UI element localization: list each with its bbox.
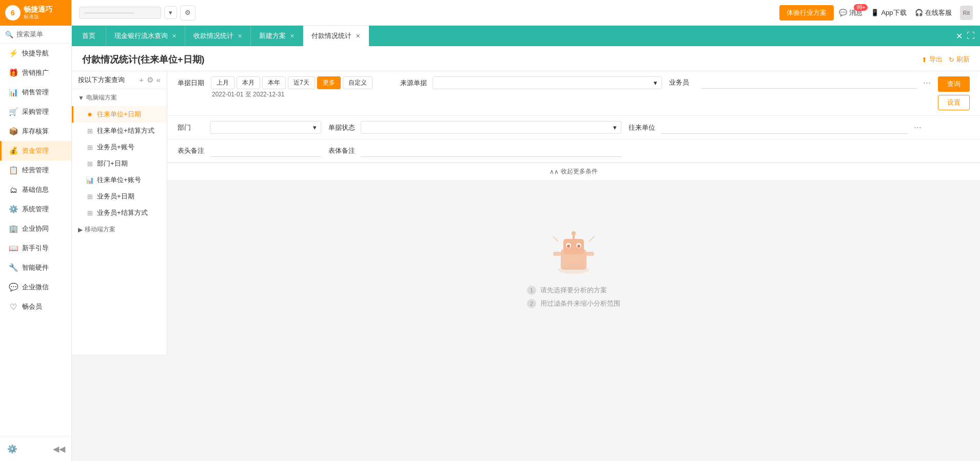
sidebar-item-hardware[interactable]: 🔧 智能硬件: [0, 258, 71, 277]
scheme-item-partner-date[interactable]: ● 往来单位+日期: [72, 106, 167, 123]
tab-cash-flow[interactable]: 现金银行流水查询 ✕: [106, 26, 185, 46]
scheme-grid-icon: ⊞: [86, 127, 94, 135]
filter-header-note-section: 表头备注: [178, 145, 321, 157]
scheme-item-label: 往来单位+日期: [97, 110, 141, 119]
source-dropdown-icon: ▾: [654, 79, 657, 87]
sidebar-collapse-icon[interactable]: ◀◀: [52, 442, 66, 456]
scheme-group-desktop-title[interactable]: ▼ 电脑端方案: [72, 89, 167, 106]
header-search-box: ————————: [79, 7, 161, 19]
filter-salesman-section: 业务员 ···: [669, 76, 931, 89]
sidebar-item-system[interactable]: ⚙️ 系统管理: [0, 199, 71, 219]
salesman-more-icon[interactable]: ···: [923, 77, 931, 88]
export-button[interactable]: ⬆ 导出: [922, 55, 943, 64]
main-area: ———————— ▾ ⚙ 体验行业方案 💬 消息 99+ 📱 App下载 🎧 在…: [72, 0, 980, 461]
scheme-settings-icon[interactable]: ⚙: [147, 75, 153, 85]
svg-rect-9: [553, 252, 561, 256]
source-select[interactable]: ▾: [433, 76, 662, 89]
tab-new-plan[interactable]: 新建方案 ✕: [251, 26, 303, 46]
sidebar-logo-sub: 标准版: [24, 13, 52, 21]
date-last-7days[interactable]: 近7天: [288, 76, 315, 89]
collapse-chevron-icon: ∧∧: [550, 168, 559, 175]
sidebar-item-vip[interactable]: ♡ 畅会员: [0, 297, 71, 316]
body-note-input[interactable]: [361, 145, 621, 157]
sales-icon: 📊: [9, 88, 18, 97]
scheme-item-salesman-date[interactable]: ⊞ 业务员+日期: [72, 188, 167, 205]
dept-dropdown-icon: ▾: [313, 124, 317, 131]
date-label: 单据日期: [178, 76, 206, 88]
scheme-item-salesman-payment[interactable]: ⊞ 业务员+结算方式: [72, 205, 167, 221]
tab-home[interactable]: 首页: [72, 26, 106, 46]
sidebar-item-guide[interactable]: 📖 新手引导: [0, 238, 71, 258]
dept-select[interactable]: ▾: [210, 121, 321, 134]
header-search-value: ————————: [85, 9, 134, 16]
collapse-label: 收起更多条件: [561, 167, 598, 176]
sidebar-item-enterprise[interactable]: 🏢 企业协同: [0, 219, 71, 238]
scheme-grid-icon4: ⊞: [86, 192, 94, 201]
export-icon: ⬆: [922, 56, 927, 64]
sidebar-item-inventory[interactable]: 📦 库存核算: [0, 122, 71, 141]
scheme-item-dept-date[interactable]: ⊞ 部门+日期: [72, 155, 167, 172]
tip-text-2: 用过滤条件来缩小分析范围: [540, 299, 620, 308]
tab-new-plan-close[interactable]: ✕: [290, 33, 295, 39]
sidebar-item-sales[interactable]: 📊 销售管理: [0, 83, 71, 102]
collapse-button[interactable]: ∧∧ 收起更多条件: [167, 163, 980, 180]
receipt-status-select[interactable]: ▾: [361, 121, 621, 134]
empty-tip-2: 2 用过滤条件来缩小分析范围: [527, 299, 620, 308]
refresh-button[interactable]: ↻ 刷新: [949, 55, 970, 64]
query-button[interactable]: 查询: [938, 76, 970, 92]
partner-more-icon[interactable]: ···: [914, 122, 922, 133]
date-this-year[interactable]: 本年: [262, 76, 286, 89]
trial-button[interactable]: 体验行业方案: [779, 5, 834, 21]
scheme-collapse-icon[interactable]: «: [156, 75, 161, 85]
scheme-item-partner-account[interactable]: 📊 往来单位+账号: [72, 172, 167, 188]
sidebar-item-label: 畅会员: [22, 302, 42, 311]
sidebar: 6 畅捷通巧 标准版 🔍 搜索菜单 ⚡ 快捷导航 🎁 营销推广 📊 销售管理 🛒…: [0, 0, 72, 461]
tab-cash-flow-close[interactable]: ✕: [172, 33, 177, 39]
app-download-label: App下载: [881, 8, 906, 17]
tab-bar-actions: ✕ ⛶: [951, 26, 980, 46]
page-title: 付款情况统计(往来单位+日期): [82, 53, 205, 66]
filter-settings-button[interactable]: 设置: [938, 95, 970, 110]
scheme-add-icon[interactable]: +: [139, 75, 144, 85]
sidebar-item-label: 营销推广: [22, 68, 49, 77]
sidebar-item-quick-nav[interactable]: ⚡ 快捷导航: [0, 44, 71, 63]
partner-label: 往来单位: [629, 123, 657, 132]
header-online-service[interactable]: 🎧 在线客服: [915, 8, 952, 17]
scheme-item-salesman-account[interactable]: ⊞ 业务员+账号: [72, 139, 167, 155]
scheme-item-partner-payment[interactable]: ⊞ 往来单位+结算方式: [72, 123, 167, 139]
sidebar-item-operations[interactable]: 📋 经营管理: [0, 161, 71, 180]
date-last-month[interactable]: 上月: [211, 76, 234, 89]
sidebar-settings-icon[interactable]: ⚙️: [5, 442, 19, 456]
tab-fullscreen-icon[interactable]: ⛶: [967, 31, 975, 41]
scheme-group-mobile-title[interactable]: ▶ 移动端方案: [72, 221, 167, 238]
scheme-group-desktop-label: 电脑端方案: [86, 93, 117, 102]
tab-payment[interactable]: 付款情况统计 ✕: [303, 26, 369, 46]
svg-line-11: [553, 236, 558, 242]
wechat-icon: 💬: [9, 283, 18, 292]
date-custom[interactable]: 自定义: [343, 76, 373, 89]
tab-close-all-icon[interactable]: ✕: [956, 31, 963, 41]
header-settings-button[interactable]: ⚙: [180, 5, 195, 21]
user-avatar[interactable]: Rit: [960, 6, 973, 20]
header-app-download[interactable]: 📱 App下载: [871, 8, 906, 17]
sidebar-item-marketing[interactable]: 🎁 营销推广: [0, 63, 71, 83]
tab-payment-close[interactable]: ✕: [356, 33, 360, 39]
sidebar-item-purchase[interactable]: 🛒 采购管理: [0, 102, 71, 122]
sidebar-search-item[interactable]: 🔍 搜索菜单: [0, 26, 71, 44]
header-messages[interactable]: 💬 消息 99+: [839, 8, 863, 17]
enterprise-icon: 🏢: [9, 224, 18, 233]
header-dropdown-button[interactable]: ▾: [164, 6, 177, 19]
sidebar-item-label: 采购管理: [22, 107, 49, 116]
quick-nav-icon: ⚡: [9, 49, 18, 58]
date-this-month[interactable]: 本月: [237, 76, 260, 89]
empty-tip-1: 1 请先选择要分析的方案: [527, 286, 620, 295]
sidebar-item-funds[interactable]: 💰 资金管理: [0, 141, 71, 161]
filter-row-1: 单据日期 上月 本月 本年 近7天 更多 自定义 2022-01-01 至 20…: [167, 71, 980, 116]
tab-collection[interactable]: 收款情况统计 ✕: [185, 26, 251, 46]
date-more[interactable]: 更多: [317, 76, 341, 89]
tip-num-2: 2: [527, 299, 536, 308]
sidebar-item-basics[interactable]: 🗂 基础信息: [0, 180, 71, 199]
sidebar-item-wechat[interactable]: 💬 企业微信: [0, 277, 71, 297]
tab-collection-close[interactable]: ✕: [238, 33, 242, 39]
header-note-input[interactable]: [210, 145, 321, 157]
